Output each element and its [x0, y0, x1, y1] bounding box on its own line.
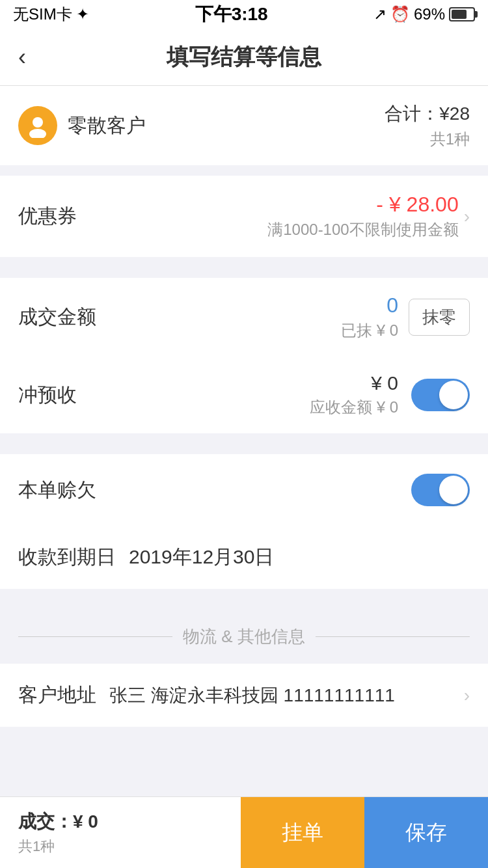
logistics-line-right [316, 636, 470, 637]
customer-name: 零散客户 [68, 113, 146, 139]
svg-point-1 [29, 129, 46, 138]
precollect-amounts: ¥ 0 应收金额 ¥ 0 [310, 372, 398, 418]
precollect-row: 冲预收 ¥ 0 应收金额 ¥ 0 [0, 357, 488, 433]
coupon-amount: - ¥ 28.00 [267, 193, 458, 217]
logistics-divider: 物流 & 其他信息 [18, 625, 470, 648]
precollect-right: ¥ 0 应收金额 ¥ 0 [310, 372, 470, 418]
deal-amount-label: 成交金额 [18, 304, 96, 331]
coupon-details: - ¥ 28.00 满1000-100不限制使用金额 [267, 193, 458, 240]
address-label: 客户地址 [18, 682, 96, 709]
precollect-label: 冲预收 [18, 382, 77, 409]
toggle-knob [439, 381, 468, 409]
section-divider-2 [0, 444, 488, 454]
coupon-section[interactable]: 优惠券 - ¥ 28.00 满1000-100不限制使用金额 › [0, 176, 488, 257]
customer-count: 共1种 [385, 129, 470, 150]
debt-section: 本单赊欠 收款到期日 2019年12月30日 [0, 454, 488, 589]
coupon-right: - ¥ 28.00 满1000-100不限制使用金额 › [267, 193, 470, 240]
status-left: 无SIM卡 ✦ [13, 4, 89, 25]
deal-amount-value: 0 [341, 293, 398, 318]
customer-left: 零散客户 [18, 106, 146, 145]
precollect-main-amount: ¥ 0 [310, 372, 398, 394]
save-button[interactable]: 保存 [364, 797, 488, 869]
deal-right: 0 已抹 ¥ 0 抹零 [341, 293, 470, 341]
debt-label: 本单赊欠 [18, 477, 96, 504]
customer-section: 零散客户 合计：¥28 共1种 [0, 86, 488, 165]
debt-row: 本单赊欠 [0, 454, 488, 526]
deal-amount-row: 成交金额 0 已抹 ¥ 0 抹零 [0, 278, 488, 357]
bottom-summary: 成交：¥ 0 共1种 [0, 809, 241, 856]
coupon-label: 优惠券 [18, 203, 77, 230]
customer-row: 零散客户 合计：¥28 共1种 [0, 86, 488, 165]
address-row[interactable]: 客户地址 张三 海淀永丰科技园 11111111111 › [0, 664, 488, 727]
section-divider-1 [0, 267, 488, 278]
debt-toggle-knob [439, 476, 468, 504]
status-bar: 无SIM卡 ✦ 下午3:18 ↗ ⏰ 69% [0, 0, 488, 29]
customer-avatar [18, 106, 57, 145]
bottom-deal-label: 成交： [18, 811, 73, 832]
status-time: 下午3:18 [195, 2, 268, 27]
address-section[interactable]: 客户地址 张三 海淀永丰科技园 11111111111 › [0, 664, 488, 727]
section-divider-3 [0, 599, 488, 610]
status-right: ↗ ⏰ 69% [373, 5, 475, 23]
customer-total: 合计：¥28 [385, 102, 470, 126]
debt-toggle[interactable] [411, 474, 470, 506]
hang-order-button[interactable]: 挂单 [241, 797, 364, 869]
address-value: 张三 海淀永丰科技园 11111111111 [109, 683, 464, 708]
page-title: 填写结算等信息 [167, 42, 321, 72]
alarm-icon: ⏰ [390, 5, 410, 23]
content-area: 零散客户 合计：¥28 共1种 优惠券 - ¥ 28.00 满1000-100不… [0, 86, 488, 868]
precollect-sub-amount: 应收金额 ¥ 0 [310, 397, 398, 418]
address-chevron-icon: › [464, 685, 470, 706]
duedate-value: 2019年12月30日 [129, 544, 274, 571]
logistics-text: 物流 & 其他信息 [183, 625, 305, 648]
customer-right: 合计：¥28 共1种 [385, 102, 470, 150]
back-button[interactable]: ‹ [18, 44, 26, 71]
nav-bar: ‹ 填写结算等信息 [0, 29, 488, 86]
battery-icon [449, 7, 475, 21]
precollect-toggle[interactable] [411, 379, 470, 411]
coupon-desc: 满1000-100不限制使用金额 [267, 219, 458, 240]
duedate-label: 收款到期日 [18, 544, 116, 571]
bottom-deal-amount: ¥ 0 [73, 811, 98, 832]
sim-label: 无SIM卡 ✦ [13, 4, 89, 25]
svg-point-0 [33, 117, 43, 128]
duedate-row: 收款到期日 2019年12月30日 [0, 526, 488, 589]
battery-percent: 69% [414, 5, 445, 23]
coupon-chevron-icon: › [464, 206, 470, 227]
battery-fill [452, 10, 467, 19]
bottom-deal-text: 成交：¥ 0 [18, 809, 223, 834]
deal-section: 成交金额 0 已抹 ¥ 0 抹零 冲预收 ¥ 0 应收金额 ¥ 0 [0, 278, 488, 433]
deal-erased-label: 已抹 ¥ 0 [341, 320, 398, 341]
bottom-count-text: 共1种 [18, 837, 223, 856]
deal-amount-wrap: 0 已抹 ¥ 0 [341, 293, 398, 341]
signal-icon: ↗ [373, 5, 386, 23]
logistics-section: 物流 & 其他信息 [0, 610, 488, 664]
erase-zero-button[interactable]: 抹零 [409, 299, 470, 336]
bottom-bar: 成交：¥ 0 共1种 挂单 保存 [0, 796, 488, 868]
logistics-line-left [18, 636, 172, 637]
coupon-row[interactable]: 优惠券 - ¥ 28.00 满1000-100不限制使用金额 › [0, 176, 488, 257]
